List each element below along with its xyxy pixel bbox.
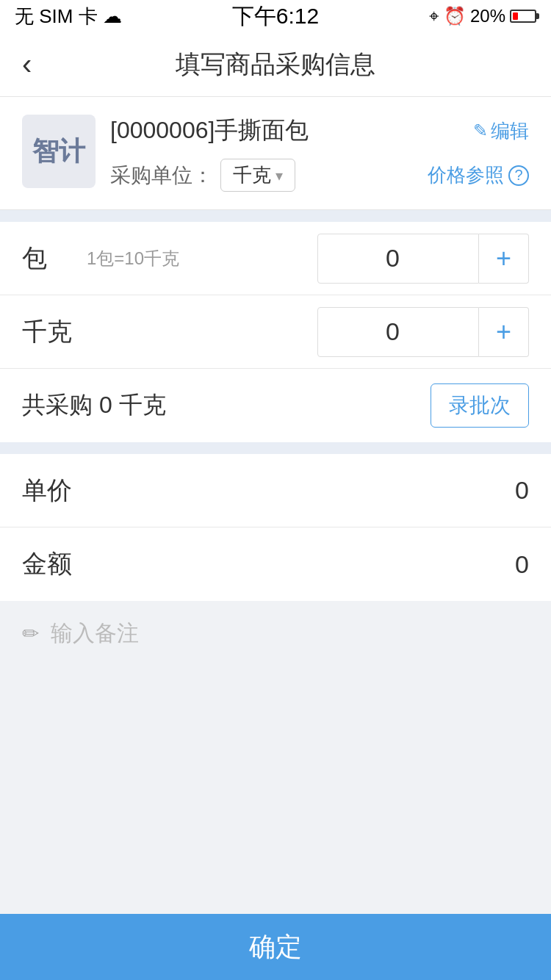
edit-button[interactable]: ✎ 编辑 xyxy=(473,118,529,144)
bao-input-control: + xyxy=(317,234,529,284)
price-ref-label: 价格参照 xyxy=(428,162,504,188)
back-button[interactable]: ‹ xyxy=(22,48,32,81)
unit-select[interactable]: 千克 ▾ xyxy=(220,159,295,192)
amount-value: 0 xyxy=(515,550,529,579)
page-title: 填写商品采购信息 xyxy=(176,48,375,82)
product-thumbnail: 智计 xyxy=(22,115,96,188)
product-logo: 智计 xyxy=(32,134,85,170)
qianke-input[interactable] xyxy=(317,307,479,357)
edit-icon: ✎ xyxy=(473,120,488,141)
unit-label: 采购单位： xyxy=(110,162,213,190)
qianke-plus-button[interactable]: + xyxy=(479,307,529,357)
amount-label: 金额 xyxy=(22,547,72,581)
product-name-row: [0000006]手撕面包 ✎ 编辑 xyxy=(110,115,529,147)
price-ref-icon: ? xyxy=(508,165,529,186)
battery-icon xyxy=(510,10,536,23)
bao-plus-button[interactable]: + xyxy=(479,234,529,284)
bao-sublabel: 1包=10千克 xyxy=(87,247,317,270)
batch-button[interactable]: 录批次 xyxy=(431,383,529,428)
summary-row: 共采购 0 千克 录批次 xyxy=(0,369,551,442)
note-placeholder: 输入备注 xyxy=(51,619,139,649)
edit-label: 编辑 xyxy=(491,118,529,144)
status-time: 下午6:12 xyxy=(232,1,319,32)
product-info: [0000006]手撕面包 ✎ 编辑 采购单位： 千克 ▾ 价格参照 ? xyxy=(110,115,529,192)
bao-input[interactable] xyxy=(317,234,479,284)
separator-1 xyxy=(0,210,551,222)
status-bar: 无 SIM 卡 ☁ 下午6:12 ⌖ ⏰ 20% xyxy=(0,0,551,32)
separator-2 xyxy=(0,442,551,454)
battery-percent: 20% xyxy=(470,6,505,26)
unit-price-value: 0 xyxy=(515,476,529,505)
amount-row: 金额 0 xyxy=(0,527,551,601)
product-unit-row: 采购单位： 千克 ▾ 价格参照 ? xyxy=(110,159,529,192)
qianke-input-row: 千克 + xyxy=(0,295,551,369)
nav-bar: ‹ 填写商品采购信息 xyxy=(0,32,551,97)
qianke-input-control: + xyxy=(317,307,529,357)
status-left: 无 SIM 卡 ☁ xyxy=(15,4,122,29)
location-icon: ⌖ xyxy=(429,6,439,26)
alarm-icon: ⏰ xyxy=(444,6,466,26)
status-right: ⌖ ⏰ 20% xyxy=(429,6,536,26)
product-card: 智计 [0000006]手撕面包 ✎ 编辑 采购单位： 千克 ▾ 价格参照 ? xyxy=(0,97,551,210)
sim-label: 无 SIM 卡 ☁ xyxy=(15,4,122,29)
confirm-button[interactable]: 确定 xyxy=(0,914,551,980)
price-section: 单价 0 金额 0 xyxy=(0,454,551,601)
unit-price-row: 单价 0 xyxy=(0,454,551,527)
input-section: 包 1包=10千克 + 千克 + xyxy=(0,222,551,369)
bao-label: 包 xyxy=(22,242,81,275)
summary-text: 共采购 0 千克 xyxy=(22,389,166,422)
price-ref-button[interactable]: 价格参照 ? xyxy=(428,162,529,188)
unit-dropdown-arrow: ▾ xyxy=(276,167,283,184)
bottom-area xyxy=(0,666,551,887)
unit-value: 千克 xyxy=(233,162,271,188)
qianke-label: 千克 xyxy=(22,315,81,349)
note-section[interactable]: ✏ 输入备注 xyxy=(0,601,551,666)
bao-input-row: 包 1包=10千克 + xyxy=(0,222,551,295)
unit-price-label: 单价 xyxy=(22,474,72,508)
pencil-icon: ✏ xyxy=(22,621,39,646)
product-name: [0000006]手撕面包 xyxy=(110,115,309,147)
